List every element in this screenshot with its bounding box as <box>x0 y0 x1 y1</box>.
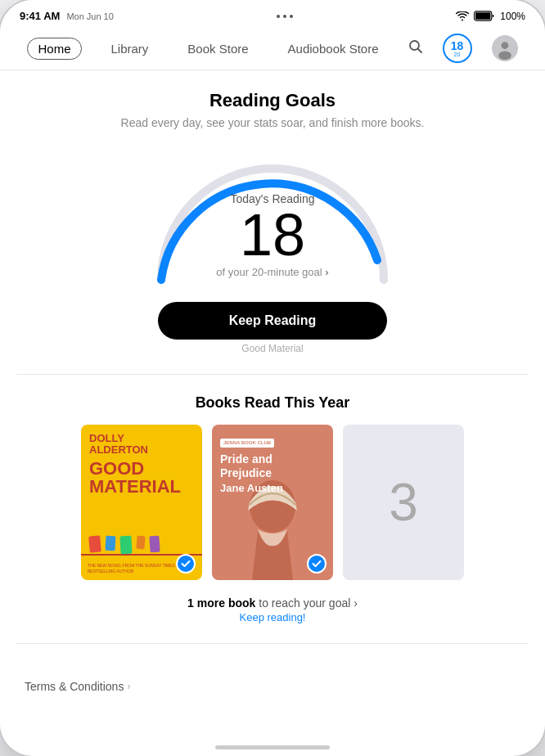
wifi-icon <box>456 11 469 21</box>
terms-section: Terms & Conditions › <box>0 664 545 709</box>
check-icon-2 <box>311 558 322 569</box>
reading-gauge: Today's Reading 18 of your 20-minute goa… <box>142 146 403 289</box>
keep-reading-button[interactable]: Keep Reading <box>158 302 387 340</box>
status-dot-3 <box>290 15 293 18</box>
gauge-text: Today's Reading 18 of your 20-minute goa… <box>216 191 328 277</box>
profile-button[interactable] <box>492 35 518 61</box>
book-card-placeholder[interactable]: 3 <box>343 425 464 580</box>
book1-title-line2: MATERIAL <box>89 478 194 496</box>
section-divider-1 <box>16 374 529 375</box>
nav-home[interactable]: Home <box>27 38 81 60</box>
placeholder-number: 3 <box>389 472 418 533</box>
book1-title-line1: GOOD <box>89 460 194 478</box>
status-time: 9:41 AM <box>20 10 60 22</box>
reading-badge[interactable]: 18 20 <box>443 34 472 63</box>
terms-link[interactable]: Terms & Conditions › <box>25 680 520 693</box>
hanging-clothes <box>89 536 160 554</box>
book2-author-text: Jane Austen <box>220 482 325 494</box>
badge-sub: 20 <box>454 52 461 57</box>
reading-minutes: 18 <box>216 205 328 263</box>
nav-bookstore[interactable]: Book Store <box>178 38 258 59</box>
status-dot-1 <box>277 15 280 18</box>
goal-cta-strong: 1 more book <box>187 596 255 610</box>
book-card-good-material[interactable]: DOLLY ALDERTON GOOD MATERIAL <box>81 425 202 580</box>
book1-author-text: DOLLY <box>89 433 194 444</box>
goal-description: of your 20-minute goal › <box>216 265 328 277</box>
svg-line-3 <box>417 48 421 52</box>
book2-completed-badge <box>307 554 327 574</box>
battery-percentage: 100% <box>500 11 525 22</box>
terms-label: Terms & Conditions <box>25 680 124 693</box>
book2-badge: JENNA BOOK CLUB <box>220 439 274 448</box>
check-icon <box>180 558 191 569</box>
status-date: Mon Jun 10 <box>66 11 113 21</box>
home-indicator <box>215 745 330 749</box>
nav-bar: Home Library Book Store Audiobook Store … <box>0 27 545 70</box>
status-bar: 9:41 AM Mon Jun 10 100% <box>0 0 545 27</box>
section-divider-2 <box>16 643 529 644</box>
book2-title-text: Pride andPrejudice <box>220 452 325 480</box>
current-book-name: Good Material <box>33 343 512 354</box>
goal-subtext: Keep reading! <box>16 611 529 623</box>
svg-point-6 <box>498 52 511 61</box>
reading-goals-section: Reading Goals Read every day, see your s… <box>0 70 545 354</box>
status-right: 100% <box>456 11 525 22</box>
reading-goals-subtitle: Read every day, see your stats soar, and… <box>33 116 512 129</box>
book-card-pride-prejudice[interactable]: JENNA BOOK CLUB Pride andPrejudice Jane … <box>212 425 333 580</box>
bottom-spacer <box>0 709 545 745</box>
battery-icon <box>474 11 495 21</box>
nav-library[interactable]: Library <box>101 38 159 59</box>
main-content: Reading Goals Read every day, see your s… <box>0 70 545 745</box>
books-section-title: Books Read This Year <box>16 394 529 412</box>
goal-cta: 1 more book to reach your goal › <box>16 596 529 610</box>
badge-number: 18 <box>451 40 464 52</box>
status-dot-2 <box>283 15 286 18</box>
terms-chevron-icon: › <box>127 681 130 692</box>
status-center-dots <box>277 15 293 18</box>
book1-completed-badge <box>176 554 196 574</box>
svg-point-5 <box>501 42 508 49</box>
reading-goals-title: Reading Goals <box>33 90 512 111</box>
svg-rect-1 <box>475 12 491 19</box>
goal-cta-rest: to reach your goal <box>255 596 350 610</box>
nav-audiobook[interactable]: Audiobook Store <box>278 38 389 59</box>
ipad-frame: 9:41 AM Mon Jun 10 100% <box>0 0 545 756</box>
search-icon[interactable] <box>408 39 423 58</box>
books-grid: DOLLY ALDERTON GOOD MATERIAL <box>16 425 529 580</box>
books-section: Books Read This Year DOLLY ALDERTON GOOD… <box>0 394 545 623</box>
